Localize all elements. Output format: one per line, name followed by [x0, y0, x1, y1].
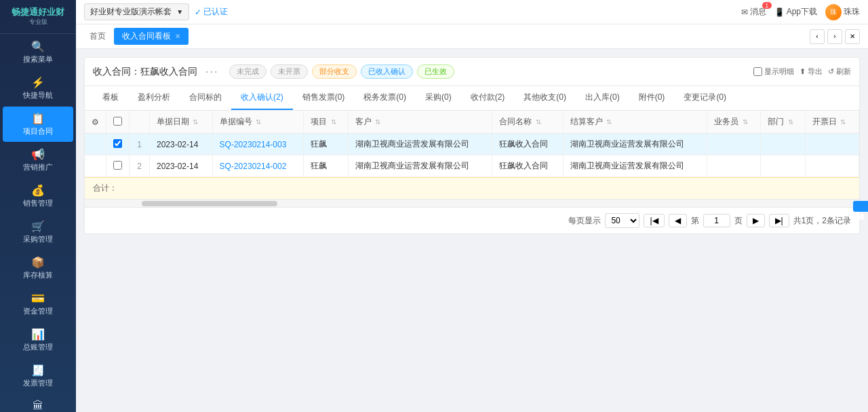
sub-tab-8[interactable]: 其他收支(0) — [514, 86, 576, 110]
contract-header: 收入合同：狂飙收入合同 ··· 未完成 未开票 部分收支 已收入确认 已生效 显… — [85, 58, 859, 86]
user-avatar-area[interactable]: 珠 珠珠 — [825, 4, 860, 20]
status-confirmed[interactable]: 已收入确认 — [361, 64, 413, 79]
scroll-thumb[interactable] — [142, 201, 277, 206]
sub-tab-6[interactable]: 采购(0) — [416, 86, 461, 110]
sidebar-icon-1: ⚡ — [31, 76, 45, 89]
th-open-date[interactable]: 开票日 ⇅ — [805, 111, 859, 134]
row-customer-1: 湖南卫视商业运营发展有限公司 — [348, 155, 492, 177]
avatar: 珠 — [825, 4, 842, 20]
status-uninvoiced[interactable]: 未开票 — [271, 64, 308, 79]
sub-tab-3[interactable]: 收入确认(2) — [231, 86, 293, 110]
sidebar-item-8[interactable]: 📊 总账管理 — [3, 322, 73, 358]
sidebar-label-7: 资金管理 — [23, 306, 53, 316]
sub-tab-0[interactable]: 看板 — [93, 86, 128, 110]
per-page-select[interactable]: 50 20 100 — [605, 213, 639, 228]
sidebar-item-3[interactable]: 📢 营销推广 — [3, 143, 73, 178]
per-page-label: 每页显示 — [568, 215, 601, 227]
th-checkbox[interactable] — [106, 111, 130, 134]
th-salesperson[interactable]: 业务员 ⇅ — [707, 111, 761, 134]
more-button[interactable]: ··· — [205, 66, 218, 78]
sidebar-item-2[interactable]: 📋 项目合同 — [3, 107, 73, 142]
show-detail-checkbox[interactable] — [753, 67, 762, 76]
bill-no-link-1[interactable]: SQ-20230214-002 — [220, 162, 287, 171]
sidebar-item-9[interactable]: 🧾 发票管理 — [3, 358, 73, 394]
sidebar-item-4[interactable]: 💰 销售管理 — [3, 179, 73, 214]
select-all-checkbox[interactable] — [113, 117, 122, 126]
status-effective[interactable]: 已生效 — [417, 64, 454, 79]
sidebar-icon-9: 🧾 — [31, 364, 45, 377]
sub-tab-11[interactable]: 变更记录(0) — [674, 86, 736, 110]
sidebar-icon-8: 📊 — [31, 328, 45, 341]
th-settings[interactable]: ⚙ — [85, 111, 106, 134]
sidebar-item-1[interactable]: ⚡ 快捷导航 — [3, 71, 73, 106]
breadcrumb-home[interactable]: 首页 — [84, 28, 111, 45]
company-name: 好业财专业版演示帐套 — [90, 7, 172, 16]
tab-close-icon[interactable]: ✕ — [175, 33, 180, 40]
sub-tab-1[interactable]: 盈利分析 — [128, 86, 180, 110]
th-department[interactable]: 部门 ⇅ — [761, 111, 806, 134]
th-contract-name[interactable]: 合同名称 ⇅ — [492, 111, 564, 134]
app-download-button[interactable]: 📱 App下载 — [774, 6, 817, 18]
table-row: 2 2023-02-14 SQ-20230214-002 狂飙 湖南卫视商业运营… — [85, 155, 859, 177]
sidebar-label-5: 采购管理 — [23, 234, 53, 244]
table-footer: 合计： — [85, 177, 859, 199]
page-number-input[interactable] — [703, 214, 730, 227]
th-final-customer[interactable]: 结算客户 ⇅ — [563, 111, 707, 134]
last-page-button[interactable]: ▶| — [769, 214, 789, 227]
certified-icon: ✓ — [195, 7, 201, 17]
show-detail-toggle[interactable]: 显示明细 — [753, 67, 794, 77]
topbar-right: ✉ 消息 1 📱 App下载 珠 珠珠 — [741, 4, 860, 20]
sub-tab-4[interactable]: 销售发票(0) — [293, 86, 355, 110]
th-customer[interactable]: 客户 ⇅ — [348, 111, 492, 134]
sidebar-label-4: 销售管理 — [23, 198, 53, 208]
sidebar-item-6[interactable]: 📦 库存核算 — [3, 250, 73, 286]
row-checkbox-0[interactable] — [113, 139, 122, 148]
bill-no-link-0[interactable]: SQ-20230214-003 — [220, 140, 287, 149]
th-bill-no[interactable]: 单据编号 ⇅ — [212, 111, 304, 134]
horizontal-scrollbar[interactable] — [85, 199, 859, 207]
row-settings-1[interactable] — [85, 155, 106, 177]
th-project[interactable]: 项目 ⇅ — [304, 111, 349, 134]
sidebar-icon-10: 🏛 — [33, 400, 43, 412]
refresh-button[interactable]: ↺ 刷新 — [828, 67, 851, 77]
company-selector[interactable]: 好业财专业版演示帐套 ▼ — [84, 3, 189, 20]
sub-tab-10[interactable]: 附件(0) — [629, 86, 675, 110]
show-detail-label: 显示明细 — [764, 67, 794, 77]
sub-tab-7[interactable]: 收付款(2) — [461, 86, 515, 110]
sidebar-label-1: 快捷导航 — [23, 90, 53, 100]
row-bill-no-1[interactable]: SQ-20230214-002 — [212, 155, 304, 177]
message-button[interactable]: ✉ 消息 1 — [741, 6, 766, 18]
side-action-button[interactable]: 收入确认 — [853, 201, 868, 212]
sub-tab-5[interactable]: 税务发票(0) — [354, 86, 416, 110]
tab-income-contract-board[interactable]: 收入合同看板 ✕ — [114, 28, 189, 45]
status-partial[interactable]: 部分收支 — [312, 64, 357, 79]
sidebar-item-0[interactable]: 🔍 搜索菜单 — [3, 35, 73, 70]
row-check-0[interactable] — [106, 134, 130, 155]
tab-prev-button[interactable]: ‹ — [810, 29, 825, 44]
contract-title: 收入合同：狂飙收入合同 — [93, 66, 197, 78]
tab-close-all-button[interactable]: ✕ — [845, 29, 860, 44]
app-download-icon: 📱 — [774, 7, 785, 17]
row-customer-0: 湖南卫视商业运营发展有限公司 — [348, 134, 492, 155]
tab-next-button[interactable]: › — [827, 29, 842, 44]
sub-tab-2[interactable]: 合同标的 — [180, 86, 231, 110]
sidebar-item-5[interactable]: 🛒 采购管理 — [3, 214, 73, 250]
sub-tab-9[interactable]: 出入库(0) — [576, 86, 629, 110]
sidebar-item-7[interactable]: 💳 资金管理 — [3, 286, 73, 322]
sidebar-icon-2: 📋 — [31, 112, 45, 125]
first-page-button[interactable]: |◀ — [644, 214, 664, 227]
right-panel: 收入确认 — [853, 201, 868, 212]
row-project-0: 狂飙 — [304, 134, 349, 155]
export-button[interactable]: ⬆ 导出 — [800, 67, 823, 77]
status-incomplete[interactable]: 未完成 — [229, 64, 267, 79]
row-bill-no-0[interactable]: SQ-20230214-003 — [212, 134, 304, 155]
row-check-1[interactable] — [106, 155, 130, 177]
next-page-button[interactable]: ▶ — [747, 214, 765, 227]
sidebar-item-10[interactable]: 🏛 税务管理 — [3, 394, 73, 412]
prev-page-button[interactable]: ◀ — [669, 214, 687, 227]
row-checkbox-1[interactable] — [113, 161, 122, 170]
row-settings-0[interactable] — [85, 134, 106, 155]
sidebar-label-8: 总账管理 — [23, 342, 53, 352]
th-date[interactable]: 单据日期 ⇅ — [150, 111, 213, 134]
table-row: 1 2023-02-14 SQ-20230214-003 狂飙 湖南卫视商业运营… — [85, 134, 859, 155]
